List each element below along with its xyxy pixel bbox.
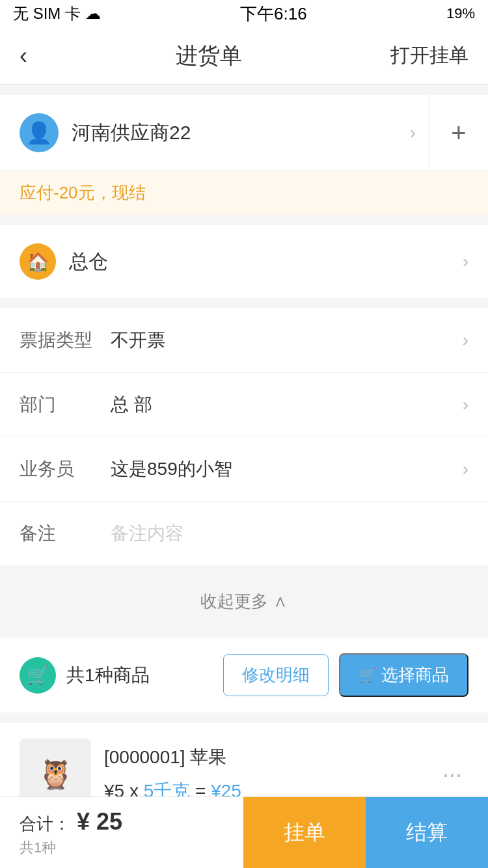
select-product-button[interactable]: 🛒 选择商品 (339, 653, 468, 697)
collapse-button[interactable]: 收起更多 ∧ (0, 576, 488, 627)
salesperson-chevron-icon: › (463, 459, 468, 480)
remark-row[interactable]: 备注 备注内容 (0, 502, 488, 565)
supplier-chevron-icon: › (410, 122, 416, 143)
warehouse-house-icon: 🏠 (27, 251, 49, 273)
select-product-cart-icon: 🛒 (359, 667, 376, 684)
department-label: 部门 (20, 392, 111, 417)
invoice-type-row[interactable]: 票据类型 不开票 › (0, 308, 488, 373)
salesperson-label: 业务员 (20, 457, 111, 481)
select-product-label: 选择商品 (381, 664, 449, 686)
total-amount: ¥ 25 (77, 808, 122, 835)
salesperson-row[interactable]: 业务员 这是859的小智 › (0, 437, 488, 502)
add-supplier-button[interactable]: + (429, 95, 488, 170)
product-name: [0000001] 苹果 (104, 745, 423, 770)
edit-detail-button[interactable]: 修改明细 (223, 654, 329, 696)
invoice-type-value: 不开票 (111, 328, 456, 353)
remark-label: 备注 (20, 521, 111, 546)
product-code: [0000001] (104, 747, 185, 767)
supplier-avatar: 👤 (20, 113, 59, 152)
status-left: 无 SIM 卡 ☁ (13, 3, 101, 24)
hang-order-button[interactable]: 挂单 (243, 797, 366, 868)
battery-icon: 19% (446, 5, 475, 22)
product-title: 苹果 (190, 747, 226, 767)
supplier-name: 河南供应商22 (72, 120, 403, 146)
warehouse-selector[interactable]: 🏠 总仓 › (0, 225, 488, 298)
salesperson-value: 这是859的小智 (111, 457, 456, 481)
open-pending-button[interactable]: 打开挂单 (390, 42, 468, 69)
supplier-section: 👤 河南供应商22 › + (0, 95, 488, 171)
signal-text: 无 SIM 卡 ☁ (13, 3, 101, 24)
supplier-selector[interactable]: 👤 河南供应商22 › (0, 95, 429, 170)
warehouse-name: 总仓 (69, 249, 456, 275)
products-icon: 🛒 (20, 657, 56, 694)
products-header: 🛒 共1种商品 修改明细 🛒 选择商品 (0, 638, 488, 712)
bottom-bar: 合计： ¥ 25 共1种 挂单 结算 (0, 796, 488, 868)
status-right: 19% (446, 5, 475, 22)
supplier-notice: 应付-20元，现结 (0, 171, 488, 215)
status-time: 下午6:16 (240, 3, 307, 25)
total-label: 合计： (20, 813, 70, 835)
total-main: 合计： ¥ 25 (20, 808, 224, 835)
total-sub: 共1种 (20, 838, 224, 858)
invoice-type-label: 票据类型 (20, 328, 111, 353)
total-section: 合计： ¥ 25 共1种 (0, 797, 243, 868)
avatar-icon: 👤 (26, 120, 52, 145)
settle-button[interactable]: 结算 (366, 797, 488, 868)
department-value: 总 部 (111, 392, 456, 417)
invoice-type-chevron-icon: › (463, 330, 468, 351)
warehouse-icon: 🏠 (20, 243, 56, 280)
remark-input[interactable]: 备注内容 (111, 521, 468, 546)
nav-bar: ‹ 进货单 打开挂单 (0, 27, 488, 85)
department-chevron-icon: › (463, 394, 468, 415)
status-bar: 无 SIM 卡 ☁ 下午6:16 19% (0, 0, 488, 27)
cart-icon: 🛒 (27, 664, 49, 686)
warehouse-chevron-icon: › (463, 251, 468, 272)
back-button[interactable]: ‹ (20, 42, 27, 70)
page-title: 进货单 (176, 41, 242, 71)
department-row[interactable]: 部门 总 部 › (0, 373, 488, 437)
product-more-button[interactable]: ··· (436, 754, 468, 794)
product-info: [0000001] 苹果 ¥5 x 5千克 = ¥25 (104, 745, 423, 804)
products-count: 共1种商品 (66, 663, 213, 688)
form-section: 票据类型 不开票 › 部门 总 部 › 业务员 这是859的小智 › 备注 备注… (0, 308, 488, 565)
owl-logo-icon: 🦉 (38, 757, 74, 791)
